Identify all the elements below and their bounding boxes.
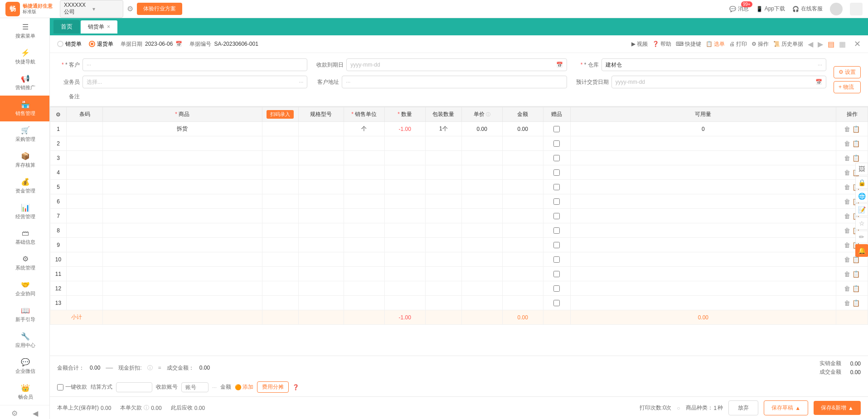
expected-date-input[interactable]: yyyy-mm-dd 📅 — [611, 76, 826, 88]
form-settings-button[interactable]: ⚙ 设置 — [834, 66, 861, 78]
row-spec[interactable] — [298, 136, 344, 151]
delete-row-icon[interactable]: 🗑 — [844, 285, 850, 292]
customer-address-input[interactable]: ··· — [342, 76, 567, 88]
row-pkg-qty[interactable] — [425, 238, 461, 252]
logistics-button[interactable]: + 物流 — [834, 81, 861, 93]
right-tool-globe[interactable]: 🌐 — [855, 190, 868, 202]
discard-button[interactable]: 放弃 — [728, 400, 758, 415]
row-pkg-qty[interactable] — [425, 180, 461, 194]
row-gift[interactable] — [543, 281, 570, 296]
row-price[interactable] — [461, 136, 502, 151]
row-price[interactable] — [461, 281, 502, 296]
nav-prev-icon[interactable]: ◀ — [808, 40, 813, 48]
sidebar-item-quicknav[interactable]: ⚡ 快捷导航 — [0, 44, 49, 70]
copy-row-icon[interactable]: 📋 — [852, 270, 860, 278]
trial-button[interactable]: 体验行业方案 — [137, 3, 182, 15]
gift-checkbox[interactable] — [553, 227, 560, 234]
save-draft-button[interactable]: 保存草稿 ▲ — [764, 400, 808, 415]
settings-icon[interactable]: ⚙ — [127, 5, 133, 13]
row-qty[interactable] — [384, 238, 425, 252]
row-gift[interactable] — [543, 238, 570, 252]
row-unit[interactable] — [344, 209, 384, 223]
delete-row-icon[interactable]: 🗑 — [844, 241, 850, 249]
row-unit[interactable] — [344, 252, 384, 267]
row-gift[interactable] — [543, 180, 570, 194]
row-price[interactable] — [461, 180, 502, 194]
gift-checkbox[interactable] — [553, 300, 560, 306]
save-new-button[interactable]: 保存&新增 ▲ — [814, 401, 861, 415]
payment-method-input[interactable] — [116, 382, 152, 392]
row-qty[interactable] — [384, 223, 425, 238]
discount-info-icon[interactable]: ⓘ — [147, 364, 153, 372]
expense-split-button[interactable]: 费用分摊 — [257, 381, 289, 393]
row-price[interactable] — [461, 209, 502, 223]
row-product[interactable] — [103, 209, 262, 223]
row-price[interactable] — [461, 194, 502, 209]
row-product[interactable] — [103, 151, 262, 165]
row-spec[interactable] — [298, 151, 344, 165]
row-pkg-qty[interactable] — [425, 296, 461, 310]
row-price[interactable] — [461, 296, 502, 310]
payment-date-input[interactable]: yyyy-mm-dd 📅 — [346, 58, 567, 71]
row-pkg-qty[interactable] — [425, 136, 461, 151]
gift-checkbox[interactable] — [553, 126, 560, 132]
history-button[interactable]: 📜 历史单据 — [773, 40, 803, 48]
row-price[interactable] — [461, 267, 502, 281]
delete-row-icon[interactable]: 🗑 — [844, 154, 850, 162]
nav-next-icon[interactable]: ▶ — [818, 40, 823, 48]
row-gift[interactable] — [543, 151, 570, 165]
debit-info-icon[interactable]: ⓘ — [144, 404, 149, 412]
row-barcode[interactable] — [67, 136, 103, 151]
row-product[interactable] — [103, 238, 262, 252]
row-barcode[interactable] — [67, 209, 103, 223]
row-spec[interactable] — [298, 122, 344, 136]
row-unit[interactable] — [344, 151, 384, 165]
delete-row-icon[interactable]: 🗑 — [844, 227, 850, 234]
list-view-icon[interactable]: ▤ — [828, 40, 834, 48]
gift-checkbox[interactable] — [553, 256, 560, 263]
delete-row-icon[interactable]: 🗑 — [844, 299, 850, 307]
row-qty[interactable] — [384, 151, 425, 165]
row-barcode[interactable] — [67, 238, 103, 252]
row-price[interactable] — [461, 238, 502, 252]
row-pkg-qty[interactable] — [425, 267, 461, 281]
print-button[interactable]: 🖨 打印 — [729, 40, 747, 48]
sidebar-item-system[interactable]: ⚙ 系统管理 — [0, 250, 49, 276]
radio-sales-order[interactable]: 销货单 — [57, 40, 82, 48]
row-qty[interactable] — [384, 252, 425, 267]
row-price[interactable] — [461, 223, 502, 238]
select-button[interactable]: 📋 选单 — [706, 40, 725, 48]
question-icon[interactable]: ❓ — [292, 384, 299, 390]
row-gift[interactable] — [543, 194, 570, 209]
row-pkg-qty[interactable] — [425, 151, 461, 165]
delete-row-icon[interactable]: 🗑 — [844, 125, 850, 133]
gift-checkbox[interactable] — [553, 198, 560, 205]
row-unit[interactable] — [344, 238, 384, 252]
row-unit[interactable] — [344, 296, 384, 310]
row-amount[interactable] — [502, 194, 543, 209]
copy-row-icon[interactable]: 📋 — [852, 256, 860, 263]
company-selector[interactable]: XXXXXX公司 ▾ — [60, 0, 123, 18]
row-amount[interactable] — [502, 296, 543, 310]
row-amount[interactable] — [502, 281, 543, 296]
row-product[interactable] — [103, 296, 262, 310]
row-amount[interactable] — [502, 151, 543, 165]
row-barcode[interactable] — [67, 281, 103, 296]
row-product[interactable] — [103, 281, 262, 296]
row-qty[interactable] — [384, 267, 425, 281]
delete-row-icon[interactable]: 🗑 — [844, 169, 850, 176]
row-barcode[interactable] — [67, 180, 103, 194]
row-qty[interactable] — [384, 136, 425, 151]
user-menu[interactable] — [850, 3, 863, 15]
row-unit[interactable]: 个 — [344, 122, 384, 136]
row-spec[interactable] — [298, 281, 344, 296]
tab-home[interactable]: 首页 — [53, 20, 80, 34]
tab-sales-order[interactable]: 销货单 × — [81, 20, 117, 34]
row-barcode[interactable] — [67, 252, 103, 267]
help-button[interactable]: ❓ 帮助 — [652, 40, 671, 48]
row-spec[interactable] — [298, 209, 344, 223]
calendar-icon[interactable]: 📅 — [175, 41, 182, 47]
radio-return-order[interactable]: 退货单 — [89, 40, 113, 48]
row-spec[interactable] — [298, 223, 344, 238]
row-gift[interactable] — [543, 136, 570, 151]
